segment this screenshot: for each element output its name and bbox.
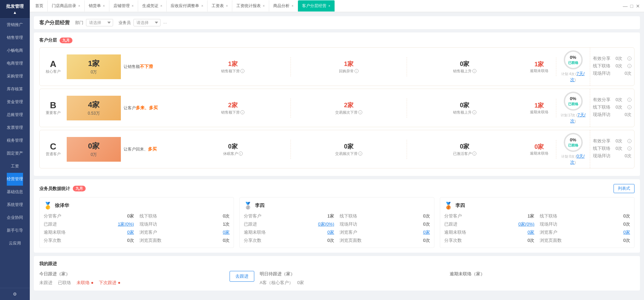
staff-card-0: 🥇 徐泽华 分管客户 0家 线下联络 0次 已跟进 1家(0%) 现场拜访 1次… bbox=[39, 197, 234, 248]
tier-row-A: A 核心客户 1家 0万 让销售额不下滑 1家 销售额下滑 i 1家 回购异常 … bbox=[39, 47, 635, 86]
staff-stat: 分享次数 0次 bbox=[444, 237, 535, 244]
tab-门店商品目录[interactable]: 门店商品目录× bbox=[48, 0, 85, 11]
plan-days-link[interactable]: 7天/次 bbox=[570, 112, 585, 123]
tab-action-close[interactable]: ✕ bbox=[636, 3, 640, 9]
tier-main-B: 4家 0.53万 bbox=[67, 96, 121, 120]
tab-close-客户分层经营[interactable]: × bbox=[328, 4, 330, 8]
circle-outer: 0% 已联络 bbox=[564, 133, 583, 152]
tab-close-应收应付调整单[interactable]: × bbox=[201, 4, 203, 8]
tier-stat: 0家 已激活客户 i bbox=[407, 140, 522, 159]
tab-close-生成凭证[interactable]: × bbox=[160, 4, 163, 8]
staff-header: 🥇 徐泽华 bbox=[44, 202, 230, 210]
sidebar-item-总账管理[interactable]: 总账管理 bbox=[7, 109, 23, 121]
staff-stat: 分管客户 1家 bbox=[444, 213, 535, 219]
tier-contact: 1家 逾期未联络 bbox=[522, 57, 556, 76]
tab-店铺管理[interactable]: 店铺管理× bbox=[109, 0, 138, 11]
sidebar-item-经营管理[interactable]: 经营管理 bbox=[7, 173, 23, 186]
info-icon[interactable]: i bbox=[239, 152, 243, 156]
sidebar-item-资金管理[interactable]: 资金管理 bbox=[7, 96, 23, 109]
tab-首页[interactable]: 首页 bbox=[31, 0, 48, 11]
tier-count: 4家 bbox=[69, 100, 118, 110]
tab-bar-actions: — □ ✕ bbox=[623, 3, 643, 9]
tab-close-商品分析[interactable]: × bbox=[292, 4, 294, 8]
info-icon[interactable]: i bbox=[627, 105, 631, 109]
dept-select[interactable]: 请选择 bbox=[86, 19, 113, 26]
overdue-label: 逾期未联络（家） bbox=[450, 271, 635, 277]
info-icon[interactable]: i bbox=[358, 152, 362, 156]
tab-工资统计报表[interactable]: 工资统计报表× bbox=[232, 0, 269, 11]
tab-商品分析[interactable]: 商品分析× bbox=[269, 0, 298, 11]
tab-close-店铺管理[interactable]: × bbox=[132, 4, 134, 8]
tab-应收应付调整单[interactable]: 应收应付调整单× bbox=[167, 0, 208, 11]
tier-right-stats: 有效分享 0次 i 线下联络 0次 i 现场拜访 0次 bbox=[590, 53, 634, 80]
customer-tier-title: 客户分层 九月 bbox=[39, 37, 635, 43]
tier-suggestion: 让客户多来、多买 bbox=[121, 100, 175, 116]
tier-right-stat: 现场拜访 0次 bbox=[593, 112, 631, 118]
tab-action-maximize[interactable]: □ bbox=[630, 3, 633, 9]
tab-action-minimize[interactable]: — bbox=[623, 3, 628, 9]
tier-stats: 0家 休眠客户 i 0家 交易频次下滑 i 0家 已激活客户 i bbox=[175, 137, 522, 162]
info-icon[interactable]: i bbox=[627, 98, 631, 102]
sidebar-item-发票管理[interactable]: 发票管理 bbox=[7, 121, 23, 134]
sidebar-item-小畅电商[interactable]: 小畅电商 bbox=[7, 44, 23, 57]
circle-outer: 0% 已联络 bbox=[564, 92, 583, 111]
info-icon[interactable]: i bbox=[627, 64, 631, 68]
sidebar-item-系统管理[interactable]: 系统管理 bbox=[7, 199, 23, 211]
info-icon[interactable]: i bbox=[240, 110, 244, 114]
tier-right-stat: 线下联络 0次 i bbox=[593, 104, 631, 110]
tier-stat: 0家 销售额上升 i bbox=[407, 57, 522, 76]
tier-amount: 0.53万 bbox=[69, 111, 118, 116]
sidebar-item-销售管理[interactable]: 销售管理 bbox=[7, 31, 23, 44]
staff-name: 李四 bbox=[455, 203, 465, 209]
sidebar-item-新手引导[interactable]: 新手引导 bbox=[7, 224, 23, 237]
sidebar-item-企业协同[interactable]: 企业协同 bbox=[7, 211, 23, 224]
sidebar-item-采购管理[interactable]: 采购管理 bbox=[7, 70, 23, 83]
circle-inner: 0% 已联络 bbox=[568, 55, 578, 65]
tab-客户分层经营[interactable]: 客户分层经营× bbox=[298, 0, 335, 11]
sidebar-item-基础信息[interactable]: 基础信息 bbox=[7, 186, 23, 199]
sidebar-item-云应用[interactable]: 云应用 bbox=[7, 237, 23, 250]
staff-stat: 现场拜访 1次 bbox=[139, 221, 230, 227]
more-filter-btn[interactable]: ··· bbox=[163, 20, 167, 25]
dept-label: 部门 bbox=[75, 20, 83, 26]
staff-stat: 线下联络 0次 bbox=[340, 213, 430, 219]
info-icon[interactable]: i bbox=[472, 110, 476, 114]
info-icon[interactable]: i bbox=[627, 139, 631, 143]
sidebar-settings[interactable]: ⚙ bbox=[0, 288, 30, 300]
goto-followup-button[interactable]: 去跟进 bbox=[230, 271, 254, 282]
tab-生成凭证[interactable]: 生成凭证× bbox=[138, 0, 167, 11]
info-icon[interactable]: i bbox=[240, 69, 244, 73]
sidebar-item-库存核算[interactable]: 库存核算 bbox=[7, 83, 23, 96]
tier-count: 0家 bbox=[69, 141, 118, 151]
info-icon[interactable]: i bbox=[472, 69, 476, 73]
circle-outer: 0% 已联络 bbox=[564, 50, 583, 69]
dept-filter: 部门 请选择 bbox=[75, 19, 113, 26]
tab-close-门店商品目录[interactable]: × bbox=[78, 4, 80, 8]
sidebar-item-税务管理[interactable]: 税务管理 bbox=[7, 134, 23, 147]
sidebar-item-工资[interactable]: 工资 bbox=[7, 160, 23, 173]
info-icon[interactable]: i bbox=[358, 110, 362, 114]
sidebar-item-固定资产[interactable]: 固定资产 bbox=[7, 147, 23, 160]
staff-medal: 🥇 bbox=[44, 202, 52, 210]
staff-select[interactable]: 请选择 bbox=[133, 19, 160, 26]
staff-section-title: 业务员数据统计 九月 bbox=[39, 186, 86, 192]
sidebar-item-电商管理[interactable]: 电商管理 bbox=[7, 57, 23, 70]
info-icon[interactable]: i bbox=[627, 56, 631, 61]
sidebar-brand: 批发管理 ▲ bbox=[0, 0, 30, 19]
tab-工资表[interactable]: 工资表× bbox=[208, 0, 232, 11]
info-icon[interactable]: i bbox=[627, 146, 631, 151]
staff-section: 业务员数据统计 九月 列表式 🥇 徐泽华 分管客户 0家 线下联络 0次 已跟进… bbox=[34, 179, 640, 253]
list-view-button[interactable]: 列表式 bbox=[614, 184, 635, 193]
info-icon[interactable]: i bbox=[472, 152, 476, 156]
tier-suggestion: 让客户回来、多买 bbox=[121, 142, 175, 157]
staff-stat: 逾期未联络 0家 bbox=[244, 229, 334, 235]
tab-close-工资统计报表[interactable]: × bbox=[263, 4, 265, 8]
sidebar-item-营销推广[interactable]: 营销推广 bbox=[7, 19, 23, 31]
tab-销货单[interactable]: 销货单× bbox=[85, 0, 109, 11]
tab-close-工资表[interactable]: × bbox=[226, 4, 228, 8]
staff-header: 🥉 李四 bbox=[444, 202, 630, 210]
plan-days-link[interactable]: 7天/次 bbox=[570, 71, 584, 82]
info-icon[interactable]: i bbox=[355, 69, 359, 73]
plan-days-link[interactable]: 0天/次 bbox=[570, 154, 584, 165]
tab-close-销货单[interactable]: × bbox=[103, 4, 105, 8]
